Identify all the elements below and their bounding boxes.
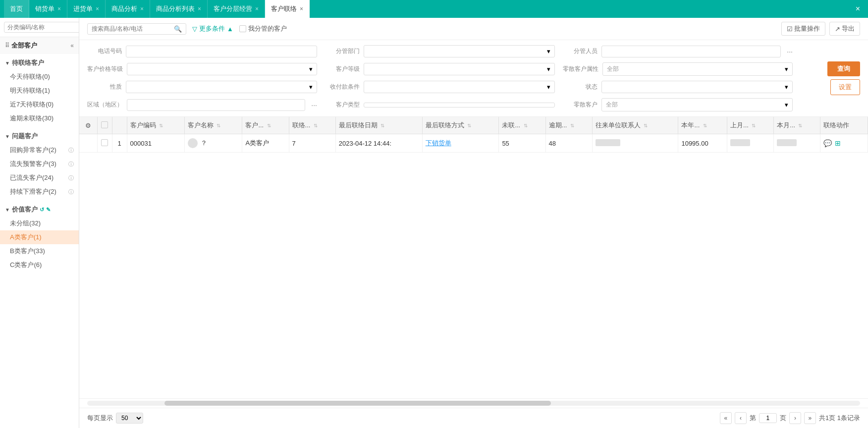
chevron-down-icon: ▾ (547, 48, 550, 55)
total-pages-label: 页 (780, 414, 786, 423)
col-uncontact-header[interactable]: 未联... ⇅ (499, 117, 545, 134)
filter-select-price-level[interactable]: ▾ (127, 63, 317, 75)
filter-input-phone[interactable] (126, 46, 317, 57)
filter-row-nature: 性质 ▾ (87, 81, 317, 93)
col-contact-person-header[interactable]: 往来单位联系人 ⇅ (592, 117, 678, 134)
sidebar-collapse-button[interactable]: « (70, 42, 74, 49)
filter-select-scatter-customer[interactable]: 全部 ▾ (601, 98, 793, 111)
first-page-button[interactable]: « (720, 412, 732, 424)
page-number-input[interactable] (759, 413, 777, 423)
col-this-month-header[interactable]: 本月... ⇅ (774, 117, 820, 134)
nav-tab-sales-close[interactable]: × (57, 5, 61, 12)
col-code-header[interactable]: 客户编码 ⇅ (127, 117, 184, 134)
nav-tab-analysis-close[interactable]: × (140, 5, 144, 12)
col-action-label: 联络动作 (823, 121, 849, 129)
edit-icon[interactable]: ✎ (46, 207, 51, 213)
sidebar-item-c-class[interactable]: C类客户(6) (0, 258, 79, 272)
col-last-method-header[interactable]: 最后联络方式 ⇅ (422, 117, 499, 134)
filter-more-conditions[interactable]: ▽ 更多条件 ▲ (192, 24, 233, 33)
col-index-header (112, 117, 127, 134)
ellipsis-icon-2[interactable]: ··· (311, 101, 317, 109)
row-last-method-link[interactable]: 下销货单 (426, 139, 451, 147)
ellipsis-icon-1[interactable]: ··· (787, 48, 793, 55)
filter-select-customer-level[interactable]: ▾ (364, 63, 555, 75)
nav-tab-analysis-list[interactable]: 商品分析列表 × (150, 0, 208, 18)
info-icon-3: ⓘ (68, 174, 74, 182)
nav-tab-customer-tier-close[interactable]: × (255, 5, 259, 12)
sidebar-item-ungrouped[interactable]: 未分组(32) (0, 216, 79, 230)
header-checkbox[interactable] (101, 121, 108, 128)
filter-input-manager[interactable] (601, 46, 781, 57)
nav-tab-purchase-close[interactable]: × (96, 5, 99, 12)
row-contact: 7 (292, 140, 296, 147)
horizontal-scrollbar-thumb[interactable] (164, 401, 551, 406)
filter-select-dept[interactable]: ▾ (364, 45, 555, 57)
col-type-header[interactable]: 客户... ⇅ (242, 117, 289, 134)
filter-select-customer-type[interactable] (364, 103, 555, 107)
sidebar-section-value-title[interactable]: ▼ 价值客户 ↺ ✎ (0, 203, 79, 216)
row-check-cell[interactable] (97, 134, 112, 153)
sidebar-item-a-class[interactable]: A类客户(1) (0, 230, 79, 244)
filter-select-scatter-attr[interactable]: 全部 ▾ (602, 62, 793, 76)
filter-search-input[interactable] (92, 25, 172, 32)
filter-select-payment[interactable]: ▾ (364, 81, 555, 93)
prev-page-button[interactable]: ‹ (735, 412, 747, 424)
last-page-button[interactable]: » (804, 412, 816, 424)
filter-label-customer-level: 客户等级 (325, 65, 360, 73)
nav-tab-home[interactable]: 首页 (4, 0, 29, 18)
sidebar-section-problem-title[interactable]: ▼ 问题客户 (0, 129, 79, 143)
col-name-header[interactable]: 客户名称 ⇅ (184, 117, 242, 134)
sidebar-item-churn-warning[interactable]: 流失预警客户(3) ⓘ (0, 157, 79, 171)
sidebar-item-churned[interactable]: 已流失客户(24) ⓘ (0, 171, 79, 185)
grid-action-icon[interactable]: ⊞ (835, 139, 841, 147)
filter-search-icon[interactable]: 🔍 (174, 25, 182, 33)
next-page-button[interactable]: › (789, 412, 801, 424)
sidebar-all-customers-label[interactable]: 全部客户 (11, 41, 37, 50)
horizontal-scrollbar-area (79, 398, 868, 408)
sidebar-search-input[interactable] (4, 22, 79, 33)
col-check-header[interactable] (97, 117, 112, 134)
horizontal-scrollbar[interactable] (87, 401, 860, 406)
close-all-button[interactable]: × (852, 4, 864, 13)
page-size-select[interactable]: 20 50 100 (116, 413, 143, 424)
sidebar-item-b-class[interactable]: B类客户(33) (0, 244, 79, 258)
row-last-month (730, 139, 750, 146)
settings-button[interactable]: 设置 (830, 79, 860, 95)
chat-action-icon[interactable]: 💬 (823, 139, 832, 147)
row-name-container: ？ (188, 138, 239, 148)
sidebar-section-pending-title[interactable]: ▼ 待联络客户 (0, 56, 79, 70)
nav-tab-analysis-list-close[interactable]: × (198, 5, 201, 12)
sidebar-item-tomorrow[interactable]: 明天待联络(1) (0, 84, 79, 98)
chevron-down-icon-2: ▾ (309, 65, 313, 73)
nav-tab-analysis[interactable]: 商品分析 × (106, 0, 150, 18)
export-button[interactable]: ↗ 导出 (829, 22, 860, 36)
sidebar-section-value: ▼ 价值客户 ↺ ✎ 未分组(32) A类客户(1) B类客户(33) C类客户… (0, 201, 79, 274)
row-checkbox[interactable] (101, 139, 108, 146)
my-customers-checkbox[interactable]: 我分管的客户 (239, 24, 287, 33)
sort-icon-last-method: ⇅ (467, 123, 471, 128)
nav-tab-purchase[interactable]: 进货单 × (67, 0, 106, 18)
sidebar-item-today[interactable]: 今天待联络(0) (0, 70, 79, 84)
batch-ops-button[interactable]: ☑ 批量操作 (781, 22, 825, 36)
nav-tab-customer-contact-close[interactable]: × (300, 5, 303, 12)
filter-select-status[interactable]: ▾ (601, 81, 793, 93)
sidebar-item-week[interactable]: 近7天待联络(0) (0, 98, 79, 111)
col-last-date-header[interactable]: 最后联络日期 ⇅ (335, 117, 422, 134)
query-button[interactable]: 查询 (827, 61, 860, 76)
filter-select-nature[interactable]: ▾ (126, 81, 317, 93)
col-overdue-header[interactable]: 逾期... ⇅ (545, 117, 592, 134)
sidebar-item-repurchase-abnormal[interactable]: 回购异常客户(2) ⓘ (0, 143, 79, 157)
sidebar-item-declining[interactable]: 持续下滑客户(2) ⓘ (0, 185, 79, 199)
nav-tab-sales[interactable]: 销货单 × (29, 0, 67, 18)
sidebar-item-overdue[interactable]: 逾期未联络(30) (0, 111, 79, 125)
col-contact-header[interactable]: 联络... ⇅ (289, 117, 335, 134)
checkbox-icon[interactable] (239, 25, 246, 32)
nav-tab-customer-tier[interactable]: 客户分层经营 × (208, 0, 265, 18)
col-this-year-header[interactable]: 本年... ⇅ (678, 117, 727, 134)
nav-tab-customer-contact[interactable]: 客户联络 × (265, 0, 310, 18)
col-last-month-header[interactable]: 上月... ⇅ (727, 117, 774, 134)
filter-input-region[interactable] (127, 99, 305, 111)
gear-icon[interactable]: ⚙ (85, 122, 91, 129)
refresh-icon[interactable]: ↺ (40, 207, 44, 213)
col-settings-header[interactable]: ⚙ (79, 117, 97, 134)
